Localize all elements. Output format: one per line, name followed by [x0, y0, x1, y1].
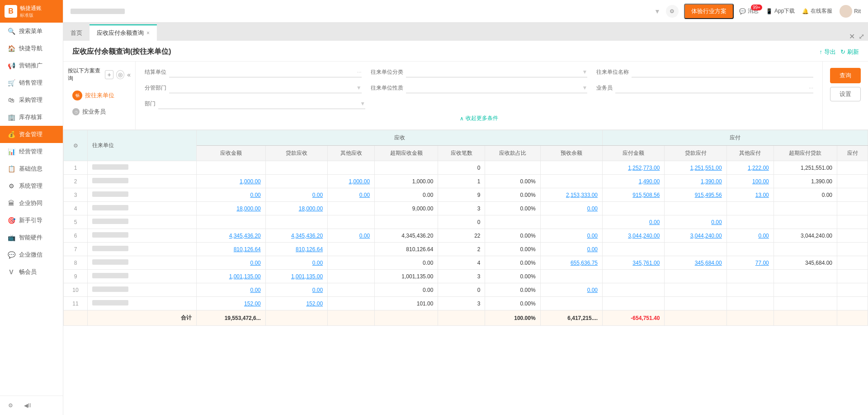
filter-panel: 按以下方案查询 + ◎ « 畅 按往来单位 ◷ 按业务员	[63, 62, 136, 129]
filter-item-partner-nature: 往来单位性质 ▼	[371, 83, 588, 93]
table-row: 101,252,773.001,251,551.001,222.001,251,…	[64, 161, 868, 175]
download-icon: 📱	[766, 8, 773, 14]
enterprise-wx-icon: 💬	[7, 251, 15, 258]
tab-close-btn[interactable]: ×	[146, 30, 150, 36]
close-window-icon[interactable]: ✕	[849, 32, 855, 41]
sidebar-item-system[interactable]: ⚙ 系统管理	[0, 177, 63, 195]
table-settings-th: ⚙	[64, 130, 88, 161]
by-staff-dot: ◷	[72, 108, 80, 115]
export-btn[interactable]: ↑ 导出	[820, 48, 836, 56]
table-row: 21,000.001,000.001,000.0010.00%1,490.001…	[64, 175, 868, 188]
home-icon: 🏠	[7, 45, 15, 52]
sidebar-item-search-menu[interactable]: 🔍 搜索菜单	[0, 23, 63, 40]
page-actions: ↑ 导出 ↻ 刷新	[820, 48, 859, 56]
table-row: 30.000.000.000.0090.00%2,153,333.00915,5…	[64, 188, 868, 202]
th-ap-loan: 贷款应付	[665, 146, 726, 161]
sidebar-item-basic-info[interactable]: 📋 基础信息	[0, 160, 63, 177]
user-avatar[interactable]: Rit	[840, 5, 861, 18]
filter-area: 按以下方案查询 + ◎ « 畅 按往来单位 ◷ 按业务员	[63, 62, 868, 130]
footer-label: 合计	[88, 310, 197, 326]
data-table: ⚙ 往来单位 应收 应付 应收金额 贷款应收 其他应收 超期应收金额 应收笔数 …	[63, 130, 868, 326]
operations-icon: 📊	[7, 148, 15, 155]
partner-category-select[interactable]: ▼	[406, 67, 588, 77]
logo-icon: B	[5, 5, 17, 18]
logo-sub: 标准版	[20, 12, 42, 19]
search-icon: 🔍	[7, 28, 15, 35]
sidebar-item-enterprise-wx[interactable]: 💬 企业微信	[0, 246, 63, 263]
partner-name-input[interactable]	[632, 67, 813, 77]
collapse-btn[interactable]: ◀II	[20, 401, 35, 410]
table-settings-icon[interactable]: ⚙	[68, 138, 83, 153]
sidebar-item-inventory[interactable]: 🏢 库存核算	[0, 109, 63, 126]
filter-item-partner-name: 往来单位名称	[596, 67, 813, 77]
th-ar-amount: 应收金额	[197, 146, 265, 161]
th-ar-prepay: 预收余额	[540, 146, 602, 161]
salesperson-ellipsis-icon[interactable]: ···	[809, 85, 813, 91]
sidebar-item-finance[interactable]: 💰 资金管理	[0, 126, 63, 143]
table-row: 500.000.00	[64, 215, 868, 229]
dept-select[interactable]: ▼	[158, 99, 365, 109]
filter-item-dept-mgr: 分管部门 ▼	[145, 83, 362, 93]
sidebar-item-smart-hw[interactable]: 📺 智能硬件	[0, 229, 63, 246]
filter-add-btn[interactable]: +	[105, 70, 113, 79]
settings-gear-btn[interactable]: ⚙	[666, 5, 679, 18]
filter-by-partner[interactable]: 畅 按往来单位	[68, 87, 131, 104]
filter-row-3: 部门 ▼	[145, 99, 813, 109]
promo-btn[interactable]: 体验行业方案	[684, 4, 734, 19]
filter-item-settlement: 结算单位 ···	[145, 67, 362, 77]
sidebar-bottom: ⚙ ◀II	[0, 396, 63, 415]
filter-by-staff[interactable]: ◷ 按业务员	[68, 104, 131, 119]
th-ap-overdue: 超期应付贷款	[774, 146, 837, 161]
partner-nature-select[interactable]: ▼	[406, 83, 588, 93]
th-ap-other: 其他应付	[726, 146, 774, 161]
partner-nature-label: 往来单位性质	[371, 84, 403, 92]
th-ar-group: 应收	[197, 130, 603, 146]
sidebar-item-sales[interactable]: 🛒 销售管理	[0, 74, 63, 91]
content-body: 应收应付余额查询(按往来单位) ↑ 导出 ↻ 刷新 按以下方案查询 + ◎	[63, 41, 868, 415]
chevron-down-icon: ▼	[582, 69, 587, 75]
sidebar-item-vip[interactable]: V 畅会员	[0, 263, 63, 281]
settlement-ellipsis-icon[interactable]: ···	[357, 69, 362, 75]
gear-icon: ⚙	[670, 8, 675, 14]
filter-form: 结算单位 ··· 往来单位分类 ▼ 往来单位名称	[136, 62, 822, 129]
filter-scheme-icon[interactable]: ◎	[116, 70, 124, 79]
nav-dropdown-icon[interactable]: ▼	[654, 8, 660, 15]
salesperson-label: 业务员	[596, 84, 613, 92]
main-area: ▼ ⚙ 体验行业方案 💬 消息 99+ 📱 App下载 🔔 在线客服 Rit	[63, 0, 868, 415]
notification-badge: 99+	[751, 5, 762, 10]
sidebar-item-enterprise[interactable]: 🏛 企业协同	[0, 195, 63, 212]
topnav-right: 💬 消息 99+ 📱 App下载 🔔 在线客服 Rit	[739, 5, 861, 18]
partner-category-label: 往来单位分类	[371, 68, 403, 76]
by-partner-dot: 畅	[72, 91, 82, 100]
table-row: 100.000.000.0000.00%0.00	[64, 283, 868, 297]
th-partner: 往来单位	[88, 130, 197, 161]
sidebar-item-operations[interactable]: 📊 经营管理	[0, 143, 63, 160]
breadcrumb-text	[71, 9, 125, 14]
filter-more-btn[interactable]: ∧ 收起更多条件	[145, 113, 813, 124]
tab-ar-ap-query[interactable]: 应收应付余额查询 ×	[90, 24, 157, 41]
notification-btn[interactable]: 💬 消息 99+	[739, 7, 759, 15]
filter-scheme-label: 按以下方案查询	[68, 67, 102, 82]
settlement-label: 结算单位	[145, 68, 166, 76]
table-row: 7810,126.64810,126.64810,126.6420.00%0.0…	[64, 243, 868, 256]
refresh-btn[interactable]: ↻ 刷新	[840, 48, 859, 56]
sidebar-item-purchase[interactable]: 🛍 采购管理	[0, 91, 63, 109]
filter-collapse-btn[interactable]: «	[127, 71, 131, 78]
sidebar-item-marketing[interactable]: 📢 营销推广	[0, 57, 63, 74]
sidebar-item-quick-nav[interactable]: 🏠 快捷导航	[0, 40, 63, 57]
app-download-btn[interactable]: 📱 App下载	[766, 7, 795, 15]
tab-home[interactable]: 首页	[63, 25, 90, 41]
sidebar: B 畅捷通账 标准版 🔍 搜索菜单 🏠 快捷导航 📢 营销推广 🛒 销售管理 🛍…	[0, 0, 63, 415]
avatar	[840, 5, 852, 18]
settings-btn[interactable]: ⚙	[5, 401, 17, 410]
online-service-btn[interactable]: 🔔 在线客服	[802, 7, 832, 15]
bell-icon: 💬	[739, 8, 746, 14]
table-row: 64,345,436.204,345,436.200.004,345,436.2…	[64, 229, 868, 243]
dept-label: 部门	[145, 100, 156, 108]
sidebar-item-guide[interactable]: 🎯 新手引导	[0, 212, 63, 229]
maximize-window-icon[interactable]: ⤢	[859, 32, 864, 41]
table-row: 418,000.0018,000.009,000.0030.00%0.00	[64, 202, 868, 215]
dept-mgr-select[interactable]: ▼	[169, 83, 362, 93]
query-btn[interactable]: 查询	[830, 68, 861, 83]
settings-btn[interactable]: 设置	[830, 87, 861, 101]
